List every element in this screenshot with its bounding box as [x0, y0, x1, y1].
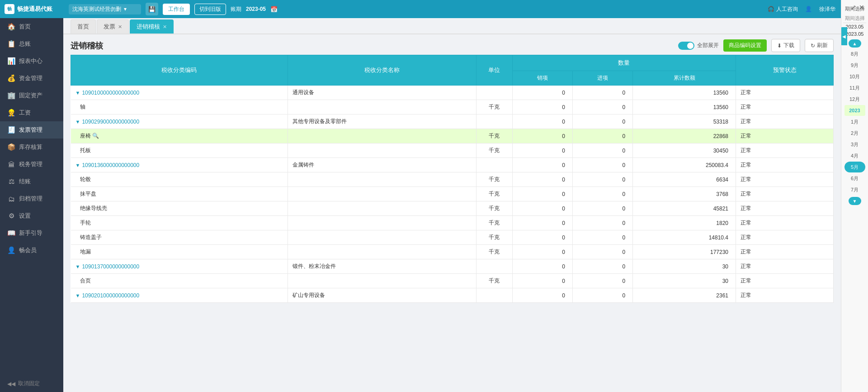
cell-unit — [476, 86, 512, 100]
table-row[interactable]: ▼1090136000000000000 金属铸件 0 0 250083.4 正… — [71, 158, 834, 172]
expand-icon-5[interactable]: ▼ — [75, 163, 80, 168]
table-row[interactable]: 铸造盖子 千克 0 0 14810.4 正常 — [71, 230, 834, 245]
tab-reconciliation[interactable]: 进销稽核 ✕ — [130, 19, 174, 33]
scroll-up-btn[interactable]: ▲ — [849, 39, 861, 48]
expand-icon-2[interactable]: ▼ — [75, 119, 80, 124]
company-selector[interactable]: 沈海英测试经营勿删 ▾ — [69, 4, 141, 14]
product-code-btn[interactable]: 商品编码设置 — [723, 39, 767, 52]
sidebar-item-首页[interactable]: 🏠首页 — [0, 18, 63, 35]
cell-sales: 0 — [512, 158, 572, 172]
cell-code: 轴 — [71, 100, 288, 115]
sidebar-item-固定资产[interactable]: 🏢固定资产 — [0, 87, 63, 104]
cell-code: ▼1090299000000000000 — [71, 115, 288, 129]
col-unit: 单位 — [476, 55, 512, 86]
close-reconciliation-tab[interactable]: ✕ — [163, 24, 167, 30]
sidebar-item-报表中心[interactable]: 📊报表中心 — [0, 53, 63, 70]
workspace-btn[interactable]: 工作台 — [163, 4, 190, 15]
panel-expand-btn[interactable]: ⤢ — [851, 4, 856, 11]
month-8[interactable]: 8月 — [844, 48, 865, 59]
cell-status: 正常 — [736, 216, 834, 230]
scroll-down-btn[interactable]: ▼ — [849, 197, 861, 205]
sidebar-item-库存核算[interactable]: 📦库存核算 — [0, 139, 63, 156]
sidebar-item-结账[interactable]: ⚖结账 — [0, 173, 63, 190]
sidebar-label-1: 总账 — [19, 40, 31, 48]
sidebar-item-归档管理[interactable]: 🗂归档管理 — [0, 190, 63, 207]
cancel-pin-btn[interactable]: ◀◀ 取消固定 — [0, 375, 63, 392]
table-row[interactable]: 地漏 千克 0 0 177230 正常 — [71, 245, 834, 259]
sidebar-item-总账[interactable]: 📋总账 — [0, 35, 63, 53]
cell-total: 1820 — [633, 216, 736, 230]
col-total: 累计数额 — [633, 71, 736, 86]
refresh-btn[interactable]: ↻ 刷新 — [805, 39, 834, 52]
month-9[interactable]: 9月 — [844, 60, 865, 71]
panel-close-btn[interactable]: ✕ — [859, 4, 864, 11]
cell-total: 30 — [633, 274, 736, 288]
month-12[interactable]: 12月 — [844, 94, 865, 105]
month-4[interactable]: 4月 — [844, 150, 865, 161]
reconciliation-table: 税收分类编码 税收分类名称 单位 数量 预警状态 销项 进项 累计数额 ▼109… — [71, 55, 834, 303]
panel-toggle-btn[interactable]: ◀ — [841, 27, 847, 45]
save-btn[interactable]: 💾 — [146, 3, 158, 15]
tab-invoice[interactable]: 发票 ✕ — [97, 19, 129, 33]
table-row[interactable]: ▼1090100000000000000 通用设备 0 0 13560 正常 — [71, 86, 834, 100]
calendar-icon[interactable]: 📅 — [270, 6, 278, 13]
table-row[interactable]: 抹平盘 千克 0 0 3768 正常 — [71, 187, 834, 201]
cancel-pin-label: 取消固定 — [18, 380, 40, 387]
cell-unit: 千克 — [476, 143, 512, 158]
cell-total: 250083.4 — [633, 158, 736, 172]
month-1[interactable]: 1月 — [844, 116, 865, 127]
sidebar-item-发票管理[interactable]: 🧾发票管理 — [0, 121, 63, 139]
month-6[interactable]: 6月 — [844, 173, 865, 184]
col-purchase: 进项 — [572, 71, 632, 86]
save-icon: 💾 — [148, 6, 156, 13]
month-3[interactable]: 3月 — [844, 139, 865, 150]
table-row[interactable]: 座椅 🔍 千克 0 0 22868 正常 — [71, 129, 834, 143]
sidebar-item-设置[interactable]: ⚙设置 — [0, 207, 63, 225]
download-btn[interactable]: ⬇ 下载 — [771, 39, 800, 52]
col-warning: 预警状态 — [736, 55, 834, 86]
toggle-control[interactable] — [678, 42, 694, 50]
month-7[interactable]: 7月 — [844, 184, 865, 195]
expand-icon-12[interactable]: ▼ — [75, 264, 80, 269]
sidebar-item-税务管理[interactable]: 🏛税务管理 — [0, 156, 63, 173]
table-row[interactable]: 手轮 千克 0 0 1820 正常 — [71, 216, 834, 230]
search-icon[interactable]: 🔍 — [92, 133, 99, 139]
table-row[interactable]: ▼1090299000000000000 其他专用设备及零部件 0 0 5331… — [71, 115, 834, 129]
table-row[interactable]: 绝缘导线壳 千克 0 0 45821 正常 — [71, 201, 834, 216]
cell-unit — [476, 288, 512, 303]
sidebar-item-畅会员[interactable]: 👤畅会员 — [0, 242, 63, 259]
cell-total: 2361 — [633, 288, 736, 303]
table-row[interactable]: ▼1090201000000000000 矿山专用设备 0 0 2361 正常 — [71, 288, 834, 303]
expand-icon-14[interactable]: ▼ — [75, 293, 80, 298]
sidebar-label-5: 工资 — [19, 109, 31, 117]
cell-sales: 0 — [512, 143, 572, 158]
expand-icon-0[interactable]: ▼ — [75, 90, 80, 96]
cell-status: 正常 — [736, 187, 834, 201]
month-11[interactable]: 11月 — [844, 82, 865, 93]
month-2[interactable]: 2月 — [844, 128, 865, 139]
table-row[interactable]: 轴 千克 0 0 13560 正常 — [71, 100, 834, 115]
switch-version-btn[interactable]: 切到旧版 — [194, 4, 226, 15]
month-5[interactable]: 5月 — [844, 162, 865, 172]
cell-unit: 千克 — [476, 216, 512, 230]
cell-unit: 千克 — [476, 201, 512, 216]
close-invoice-tab[interactable]: ✕ — [118, 24, 122, 30]
tab-home[interactable]: 首页 — [71, 19, 96, 33]
cell-total: 177230 — [633, 245, 736, 259]
expand-toggle[interactable]: 全部展开 — [678, 42, 719, 50]
logo-icon: 畅 — [5, 4, 14, 14]
table-row[interactable]: 合页 千克 0 0 30 正常 — [71, 274, 834, 288]
cell-name — [288, 187, 476, 201]
sidebar-item-新手引导[interactable]: 📖新手引导 — [0, 225, 63, 242]
month-10[interactable]: 10月 — [844, 71, 865, 82]
cell-purchase: 0 — [572, 245, 632, 259]
sidebar-item-工资[interactable]: 👷工资 — [0, 104, 63, 121]
table-row[interactable]: 轮毂 千克 0 0 6634 正常 — [71, 172, 834, 187]
table-row[interactable]: ▼1090137000000000000 锻件、粉末冶金件 0 0 30 正常 — [71, 259, 834, 274]
sidebar-icon-2: 📊 — [7, 57, 15, 65]
table-row[interactable]: 托板 千克 0 0 30450 正常 — [71, 143, 834, 158]
service-btn[interactable]: 🎧 人工咨询 — [768, 5, 798, 13]
cell-name — [288, 129, 476, 143]
sidebar-item-资金管理[interactable]: 💰资金管理 — [0, 70, 63, 87]
workspace-label: 工作台 — [168, 5, 184, 13]
